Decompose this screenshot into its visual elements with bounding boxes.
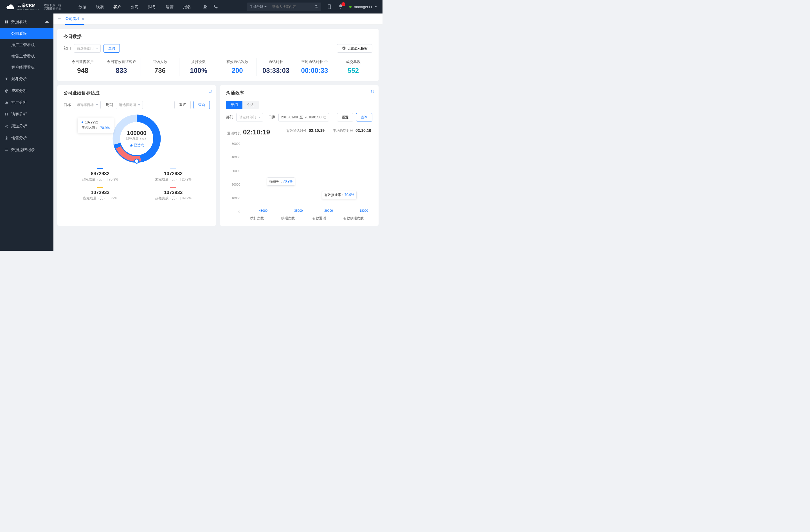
comm-title: 沟通效率 [226, 90, 372, 96]
sidebar-item-cost[interactable]: 成本分析 [0, 85, 53, 97]
settings-button[interactable]: 设置显示指标 [337, 44, 372, 53]
add-user-icon[interactable] [203, 4, 208, 9]
sidebar-item-marketing[interactable]: 推广主管看板 [0, 39, 53, 51]
phone-icon[interactable] [213, 4, 218, 9]
today-title: 今日数据 [64, 34, 372, 40]
gear-icon [342, 46, 346, 50]
sidebar-group-dashboard[interactable]: 数据看板 [0, 16, 53, 28]
nav-leads[interactable]: 线索 [93, 0, 107, 14]
comm-stats: 通话时长02:10:19 有效通话时长02:10:19 平均通话时长02:10:… [226, 126, 372, 139]
menu-collapse-icon[interactable] [58, 17, 61, 21]
tab-company-board[interactable]: 公司看板 [65, 14, 84, 25]
thumb-up-icon [129, 144, 133, 147]
dashboard-icon [4, 20, 9, 24]
metric-item: 今日有效首咨客户833 [102, 57, 141, 76]
donut-chart: 1072932 所占比例：70.9% 100000 [64, 112, 210, 165]
svg-rect-18 [324, 116, 326, 119]
metric-item: 通话时长03:33:03 [257, 57, 295, 76]
today-card: 今日数据 部门 请选择部门 查询 设置显示指标 今日首咨客户948今日有效首咨客… [58, 29, 378, 81]
goal-card: 公司业绩目标达成 目标 请选择目标 周期 请选择周期 重置 查询 [58, 85, 216, 226]
nav-finance[interactable]: 财务 [145, 0, 160, 14]
metric-item: 今日首咨客户948 [64, 57, 102, 76]
sidebar: 数据看板 公司看板 推广主管看板 销售主管看板 客户经理看板 漏斗分析 成本分析… [0, 14, 53, 251]
chevron-down-icon [264, 6, 266, 8]
query-button[interactable]: 查询 [194, 101, 210, 109]
svg-rect-6 [5, 22, 6, 23]
sidebar-item-funnel[interactable]: 漏斗分析 [0, 73, 53, 85]
sidebar-item-promo[interactable]: 推广分析 [0, 97, 53, 109]
svg-point-12 [6, 137, 7, 139]
donut-tooltip: 1072932 所占比例：70.9% [78, 118, 114, 133]
sidebar-item-account-mgr[interactable]: 客户经理看板 [0, 62, 53, 73]
top-nav: 数据 线索 客户 公海 财务 运营 报名 [75, 0, 194, 14]
funnel-icon [4, 77, 9, 81]
seg-person[interactable]: 个人 [242, 101, 259, 109]
chart-plot: 接通率：70.9% 有效接通率：70.9% 430003500029000180… [242, 144, 372, 213]
close-icon[interactable] [82, 17, 84, 20]
user-menu[interactable]: manager11 [349, 5, 377, 9]
sidebar-item-flow[interactable]: 数据流转记录 [0, 144, 53, 156]
svg-point-9 [7, 125, 7, 126]
nav-sea[interactable]: 公海 [127, 0, 142, 14]
dept-select[interactable]: 请选择部门 [74, 44, 101, 53]
legend-item: 8972932已完成量（元）|70.9% [64, 168, 137, 182]
dept-label: 部门 [64, 46, 71, 51]
reset-button[interactable]: 重置 [174, 101, 191, 109]
connect-rate-tag: 接通率：70.9% [267, 178, 295, 186]
period-label: 周期 [106, 102, 113, 107]
sidebar-group-label: 数据看板 [11, 19, 27, 24]
sidebar-item-sales[interactable]: 销售分析 [0, 132, 53, 144]
expand-icon[interactable] [208, 89, 212, 93]
sidebar-item-sales-mgr[interactable]: 销售主管看板 [0, 51, 53, 62]
tab-bar: 公司看板 [53, 14, 383, 25]
sidebar-item-visitor[interactable]: 访客分析 [0, 109, 53, 120]
comm-card: 沟通效率 部门 个人 部门 请选择部门 日期 2018/01/08 至 [220, 85, 378, 226]
svg-rect-4 [5, 20, 6, 22]
seg-dept[interactable]: 部门 [226, 101, 242, 109]
x-tick: 拨打次数 [250, 216, 264, 221]
notifications[interactable]: 5 [338, 4, 343, 10]
search-button[interactable] [312, 2, 321, 11]
nav-customers[interactable]: 客户 [110, 0, 125, 14]
reset-button[interactable]: 重置 [337, 113, 353, 121]
goal-title: 公司业绩目标达成 [64, 90, 210, 96]
query-button[interactable]: 查询 [103, 44, 120, 53]
logo-url: www.yunduocrm.com [17, 8, 39, 11]
share-icon [4, 124, 9, 128]
segment-control: 部门 个人 [226, 101, 259, 109]
nav-data[interactable]: 数据 [75, 0, 90, 14]
period-select[interactable]: 请选择周期 [116, 101, 143, 109]
metric-item: 成交单数552 [334, 57, 372, 76]
metrics-row: 今日首咨客户948今日有效首咨客户833回访人数736拨打次数100%有效通话次… [64, 57, 372, 76]
pie-icon [4, 89, 9, 93]
sidebar-item-company[interactable]: 公司看板 [0, 28, 53, 39]
dept-select[interactable]: 请选择部门 [236, 113, 263, 121]
help-icon[interactable]: ? [324, 60, 328, 64]
nav-ops[interactable]: 运营 [162, 0, 177, 14]
legend-item: 1072932未完成量（元）|20.9% [137, 168, 210, 182]
logo-tagline: 教育机构一站 式服务云平台 [41, 4, 61, 10]
svg-point-1 [315, 5, 317, 7]
svg-point-3 [329, 8, 330, 9]
search-type-select[interactable]: 手机号码 [247, 4, 270, 9]
effective-rate-tag: 有效接通率：70.9% [322, 191, 357, 199]
x-axis: 拨打次数接通次数有效通话有效接通次数 [242, 216, 372, 221]
svg-rect-7 [7, 22, 8, 23]
tab-label: 公司看板 [65, 16, 80, 21]
target-icon [4, 136, 9, 140]
nav-signup[interactable]: 报名 [180, 0, 194, 14]
target-select[interactable]: 请选择目标 [74, 101, 101, 109]
target-label: 目标 [64, 102, 71, 107]
svg-point-0 [204, 5, 206, 7]
search-input[interactable] [270, 2, 312, 11]
search-bar: 手机号码 [247, 2, 321, 11]
logo[interactable]: 云朵CRM www.yunduocrm.com 教育机构一站 式服务云平台 [0, 3, 67, 11]
query-button[interactable]: 查询 [356, 113, 372, 121]
sidebar-item-channel[interactable]: 渠道分析 [0, 120, 53, 132]
metric-item: 拨打次数100% [179, 57, 218, 76]
date-range-input[interactable]: 2018/01/08 至 2018/01/08 [278, 113, 329, 121]
expand-icon[interactable] [371, 89, 375, 93]
mobile-icon[interactable] [327, 4, 332, 9]
donut-handle[interactable] [134, 159, 139, 164]
metric-item: 平均通话时长?00:00:33 [295, 57, 334, 76]
